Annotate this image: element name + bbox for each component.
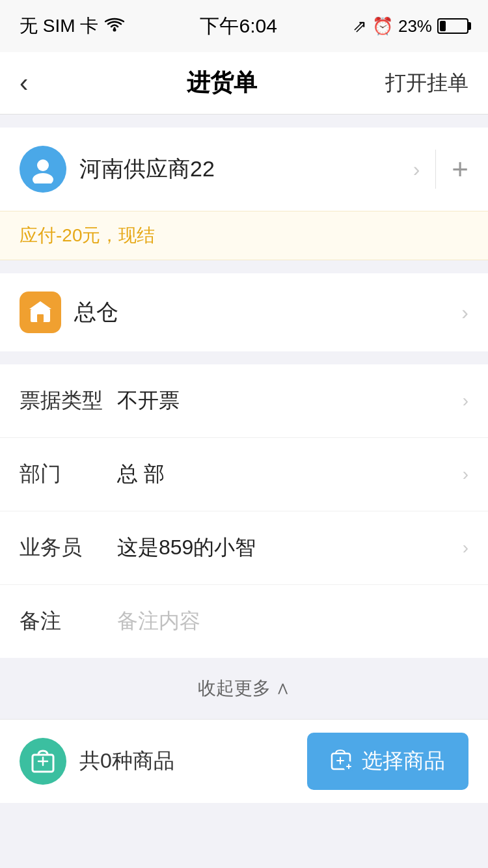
- nav-bar: ‹ 进货单 打开挂单: [0, 52, 488, 115]
- svg-point-1: [37, 159, 49, 171]
- remark-row[interactable]: 备注 备注内容: [0, 585, 488, 658]
- divider: [435, 150, 436, 189]
- invoice-chevron-icon: ›: [463, 390, 468, 411]
- status-left: 无 SIM 卡: [20, 14, 124, 38]
- bottom-bar: 共0种商品 选择商品: [0, 719, 488, 803]
- salesman-label: 业务员: [20, 534, 104, 562]
- svg-marker-4: [29, 301, 51, 309]
- remark-label: 备注: [20, 607, 104, 636]
- location-icon: ⇗: [353, 16, 367, 36]
- department-value: 总 部: [104, 460, 463, 489]
- department-row[interactable]: 部门 总 部 ›: [0, 438, 488, 511]
- collapse-row[interactable]: 收起更多 ∧: [0, 658, 488, 719]
- supplier-row[interactable]: 河南供应商22 › +: [0, 128, 488, 211]
- warehouse-card: 总仓 ›: [0, 273, 488, 351]
- status-right: ⇗ ⏰ 23%: [353, 16, 468, 36]
- select-goods-label: 选择商品: [362, 747, 445, 776]
- battery-percentage: 23%: [398, 16, 432, 36]
- warehouse-chevron-icon: ›: [461, 301, 468, 325]
- status-bar: 无 SIM 卡 下午6:04 ⇗ ⏰ 23%: [0, 0, 488, 52]
- notice-bar: 应付-20元，现结: [0, 211, 488, 260]
- remark-input[interactable]: 备注内容: [104, 607, 468, 636]
- collapse-label: 收起更多 ∧: [198, 678, 291, 698]
- back-button[interactable]: ‹: [20, 68, 59, 98]
- supplier-card: 河南供应商22 › + 应付-20元，现结: [0, 128, 488, 260]
- svg-rect-5: [37, 314, 44, 322]
- gap-1: [0, 115, 488, 128]
- goods-icon-wrap: [20, 738, 66, 785]
- carrier-text: 无 SIM 卡: [20, 14, 98, 38]
- invoice-type-value: 不开票: [104, 387, 463, 415]
- svg-point-2: [33, 173, 53, 183]
- page-rest: [0, 803, 488, 868]
- open-pending-button[interactable]: 打开挂单: [385, 69, 468, 98]
- wifi-icon: [105, 16, 124, 36]
- page-title: 进货单: [187, 67, 257, 99]
- department-label: 部门: [20, 460, 104, 489]
- select-goods-button[interactable]: 选择商品: [307, 733, 468, 790]
- gap-2: [0, 260, 488, 273]
- warehouse-row[interactable]: 总仓 ›: [0, 273, 488, 351]
- status-time: 下午6:04: [200, 13, 277, 40]
- supplier-avatar: [20, 146, 66, 193]
- battery-icon: [437, 18, 468, 34]
- form-section: 票据类型 不开票 › 部门 总 部 › 业务员 这是859的小智 › 备注 备注…: [0, 364, 488, 658]
- svg-point-0: [113, 29, 116, 32]
- salesman-value: 这是859的小智: [104, 534, 463, 562]
- warehouse-icon: [20, 292, 61, 333]
- alarm-icon: ⏰: [372, 16, 393, 36]
- supplier-chevron-icon: ›: [413, 157, 420, 182]
- department-chevron-icon: ›: [463, 464, 468, 485]
- add-supplier-button[interactable]: +: [452, 153, 468, 185]
- invoice-type-row[interactable]: 票据类型 不开票 ›: [0, 364, 488, 438]
- warehouse-name: 总仓: [74, 297, 461, 327]
- invoice-type-label: 票据类型: [20, 387, 104, 415]
- salesman-chevron-icon: ›: [463, 537, 468, 558]
- gap-3: [0, 351, 488, 364]
- salesman-row[interactable]: 业务员 这是859的小智 ›: [0, 511, 488, 585]
- notice-text: 应付-20元，现结: [20, 225, 155, 245]
- goods-count: 共0种商品: [79, 747, 307, 776]
- supplier-name: 河南供应商22: [79, 154, 413, 184]
